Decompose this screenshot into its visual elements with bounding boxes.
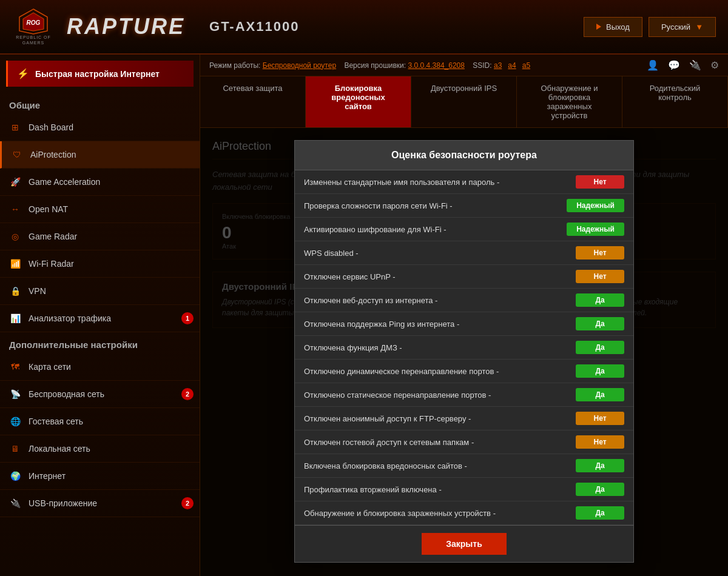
modal-footer: Закрыть bbox=[295, 525, 633, 562]
security-row-1: Проверка сложности пароля сети Wi-Fi - Н… bbox=[295, 194, 633, 218]
security-badge-3: Нет bbox=[576, 246, 624, 260]
main-layout: ⚡ Быстрая настройка Интернет Общие ⊞ Das… bbox=[0, 55, 728, 576]
security-row-0: Изменены стандартные имя пользователя и … bbox=[295, 170, 633, 194]
sidebar-item-wireless[interactable]: 📡 Беспроводная сеть 2 bbox=[0, 381, 200, 408]
people-icon[interactable]: 👤 bbox=[647, 59, 659, 71]
tab-network-protection[interactable]: Сетевая защита bbox=[200, 76, 306, 127]
tab-infected-detection[interactable]: Обнаружение и блокировка зараженных устр… bbox=[517, 76, 622, 127]
security-badge-2: Надежный bbox=[567, 223, 624, 236]
ssid-a5-link[interactable]: а5 bbox=[522, 61, 530, 70]
security-row-6: Отключена поддержка Ping из интернета - … bbox=[295, 312, 633, 336]
security-row-4: Отключен сервис UPnP - Нет bbox=[295, 265, 633, 289]
sidebar-item-label: Гостевая сеть bbox=[29, 417, 83, 426]
status-bar: Режим работы: Беспроводной роутер Версия… bbox=[200, 55, 728, 76]
dashboard-icon: ⊞ bbox=[9, 121, 21, 133]
security-row-11: Отключен гостевой доступ к сетевым папка… bbox=[295, 430, 633, 454]
tab-malicious-blocking[interactable]: Блокировка вредоносных сайтов bbox=[306, 76, 411, 127]
sidebar-item-label: Анализатор трафика bbox=[29, 313, 111, 323]
content-area: Режим работы: Беспроводной роутер Версия… bbox=[200, 55, 728, 576]
security-badge-7: Да bbox=[576, 341, 624, 354]
sidebar-item-wifi-radar[interactable]: 📶 Wi-Fi Radar bbox=[0, 250, 200, 278]
ssid-a3-link[interactable]: а3 bbox=[494, 61, 502, 70]
security-row-12: Включена блокировка вредоносных сайтов -… bbox=[295, 454, 633, 478]
security-label-10: Отключен анонимный доступ к FTP-серверу … bbox=[304, 414, 570, 423]
sidebar-item-game-radar[interactable]: ◎ Game Radar bbox=[0, 223, 200, 250]
security-row-9: Отключено статическое перенаправление по… bbox=[295, 383, 633, 407]
game-acceleration-icon: 🚀 bbox=[9, 176, 21, 188]
sidebar-item-usb-app[interactable]: 🔌 USB-приложение 2 bbox=[0, 490, 200, 517]
security-label-3: WPS disabled - bbox=[304, 249, 570, 258]
sidebar-item-label: Game Acceleration bbox=[29, 177, 100, 187]
security-row-14: Обнаружение и блокировка зараженных устр… bbox=[295, 501, 633, 525]
security-label-1: Проверка сложности пароля сети Wi-Fi - bbox=[304, 201, 561, 210]
sidebar-item-local-network[interactable]: 🖥 Локальная сеть bbox=[0, 435, 200, 463]
security-row-13: Профилактика вторжений включена - Да bbox=[295, 478, 633, 501]
sidebar: ⚡ Быстрая настройка Интернет Общие ⊞ Das… bbox=[0, 55, 200, 576]
security-row-3: WPS disabled - Нет bbox=[295, 241, 633, 265]
security-label-14: Обнаружение и блокировка зараженных устр… bbox=[304, 509, 570, 518]
mode-link[interactable]: Беспроводной роутер bbox=[263, 61, 336, 70]
general-section-title: Общие bbox=[0, 93, 200, 114]
page-content: AiProtection Сетевая защита на базе техн… bbox=[200, 128, 728, 576]
exit-button[interactable]: Выход bbox=[584, 17, 642, 37]
settings-icon[interactable]: ⚙ bbox=[710, 59, 719, 71]
security-label-6: Отключена поддержка Ping из интернета - bbox=[304, 320, 570, 329]
rog-icon: ROG bbox=[17, 8, 50, 35]
sidebar-item-game-acceleration[interactable]: 🚀 Game Acceleration bbox=[0, 169, 200, 196]
close-modal-button[interactable]: Закрыть bbox=[422, 533, 507, 555]
security-assessment-modal: Оценка безопасности роутера Изменены ста… bbox=[294, 140, 634, 563]
sidebar-item-guest-network[interactable]: 🌐 Гостевая сеть bbox=[0, 408, 200, 435]
security-label-12: Включена блокировка вредоносных сайтов - bbox=[304, 461, 570, 471]
internet-icon: 🌍 bbox=[9, 470, 21, 482]
sidebar-item-internet[interactable]: 🌍 Интернет bbox=[0, 463, 200, 490]
svg-text:ROG: ROG bbox=[26, 19, 40, 26]
sidebar-item-label: AiProtection bbox=[30, 150, 76, 159]
security-row-10: Отключен анонимный доступ к FTP-серверу … bbox=[295, 407, 633, 430]
sidebar-item-label: Open NAT bbox=[29, 204, 68, 214]
sidebar-item-network-map[interactable]: 🗺 Карта сети bbox=[0, 353, 200, 381]
usb-status-icon[interactable]: 🔌 bbox=[689, 59, 701, 71]
sidebar-item-label: Wi-Fi Radar bbox=[29, 259, 74, 269]
security-badge-13: Да bbox=[576, 483, 624, 496]
security-badge-4: Нет bbox=[576, 270, 624, 283]
sidebar-item-dashboard[interactable]: ⊞ Dash Board bbox=[0, 114, 200, 141]
ssid-a4-link[interactable]: а4 bbox=[508, 61, 516, 70]
sidebar-item-label: Беспроводная сеть bbox=[29, 389, 104, 399]
network-icon[interactable]: 💬 bbox=[668, 59, 680, 71]
open-nat-icon: ↔ bbox=[9, 203, 21, 215]
logo-area: ROG REPUBLIC OF GAMERS RAPTURE GT-AX1100… bbox=[12, 5, 299, 48]
game-radar-icon: ◎ bbox=[9, 230, 21, 243]
security-badge-0: Нет bbox=[576, 175, 624, 189]
status-info: Режим работы: Беспроводной роутер Версия… bbox=[209, 61, 530, 70]
firmware-link[interactable]: 3.0.0.4.384_6208 bbox=[408, 61, 465, 70]
language-button[interactable]: Русский ▼ bbox=[649, 17, 716, 37]
security-row-7: Отключена функция ДМЗ - Да bbox=[295, 336, 633, 360]
security-badge-11: Нет bbox=[576, 435, 624, 449]
wifi-radar-icon: 📶 bbox=[9, 258, 21, 270]
wireless-icon: 📡 bbox=[9, 388, 21, 400]
sidebar-item-open-nat[interactable]: ↔ Open NAT bbox=[0, 196, 200, 223]
sidebar-item-aiprotection[interactable]: 🛡 AiProtection bbox=[0, 141, 200, 169]
additional-section-title: Дополнительные настройки bbox=[0, 332, 200, 353]
sidebar-item-vpn[interactable]: 🔒 VPN bbox=[0, 278, 200, 305]
sidebar-item-label: Локальная сеть bbox=[29, 444, 90, 454]
tab-parental-control[interactable]: Родительский контроль bbox=[622, 76, 728, 127]
tab-two-way-ips[interactable]: Двусторонний IPS bbox=[411, 76, 517, 127]
aiprotection-icon: 🛡 bbox=[11, 149, 23, 161]
header: ROG REPUBLIC OF GAMERS RAPTURE GT-AX1100… bbox=[0, 0, 728, 55]
traffic-icon: 📊 bbox=[9, 312, 21, 324]
security-badge-6: Да bbox=[576, 317, 624, 330]
header-right: Выход Русский ▼ bbox=[584, 17, 716, 37]
quick-setup-icon: ⚡ bbox=[17, 68, 29, 79]
traffic-badge: 1 bbox=[181, 312, 194, 324]
wireless-badge: 2 bbox=[181, 388, 194, 400]
security-label-2: Активировано шифрование для Wi-Fi - bbox=[304, 225, 561, 234]
security-badge-12: Да bbox=[576, 459, 624, 472]
sidebar-item-traffic-analyzer[interactable]: 📊 Анализатор трафика 1 bbox=[0, 305, 200, 332]
sidebar-item-label: Карта сети bbox=[29, 362, 71, 372]
guest-network-icon: 🌐 bbox=[9, 415, 21, 427]
security-badge-8: Да bbox=[576, 364, 624, 378]
quick-setup-item[interactable]: ⚡ Быстрая настройка Интернет bbox=[6, 61, 194, 87]
chevron-down-icon: ▼ bbox=[695, 22, 703, 32]
local-network-icon: 🖥 bbox=[9, 443, 21, 455]
